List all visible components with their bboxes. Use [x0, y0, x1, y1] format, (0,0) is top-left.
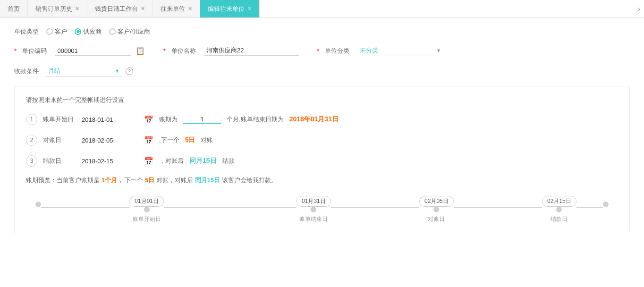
step-2-date: 2018-02-05	[82, 137, 138, 144]
preview-text: 账期预览：当前客户账期是 1个月， 下一个 5日 对账，对账后 同月15日 该客…	[26, 176, 618, 185]
account-period-section: 请按照未来的一个完整帐期进行设置 1 账单开始日 2018-01-01 📅 账期…	[14, 86, 630, 233]
unit-name-input[interactable]	[204, 46, 299, 56]
step-3-desc-suffix: 结款	[222, 157, 235, 165]
timeline-point-1: 01月01日 账单开始日	[129, 196, 164, 223]
unit-category-arrow-icon: ▼	[436, 48, 441, 53]
unit-code-group: * 单位编码 📋	[14, 46, 145, 56]
timeline-end-dot	[603, 202, 609, 207]
step-1-row: 1 账单开始日 2018-01-01 📅 账期为 个月,账单结束日期为 2018…	[26, 114, 618, 125]
timeline-point-2: 01月31日 账单结束日	[297, 196, 331, 223]
unit-name-group: * 单位名称	[163, 46, 298, 56]
tab-edit-partner-label: 编辑往来单位	[208, 5, 245, 13]
payment-terms-select[interactable]: 月结 ▼	[46, 66, 122, 76]
step-3-num: 3	[26, 155, 37, 167]
tab-scroll-right[interactable]: ›	[634, 0, 644, 17]
tab-home[interactable]: 首页	[0, 0, 28, 17]
step-1-period-suffix: 个月,账单结束日期为	[227, 115, 284, 124]
timeline-badge-2: 01月31日	[297, 196, 331, 207]
step-2-highlight: 5日	[185, 136, 195, 144]
step-2-label: 对账日	[43, 136, 76, 144]
step-1-date: 2018-01-01	[82, 116, 138, 123]
step-3-highlight: 同月15日	[189, 157, 217, 165]
unit-name-required: *	[163, 47, 165, 55]
step-3-date: 2018-02-15	[82, 158, 138, 165]
radio-customer-circle	[46, 28, 53, 35]
step-3-calendar-icon[interactable]: 📅	[144, 157, 153, 166]
step-1-period-label: 账期为	[159, 115, 178, 124]
radio-supplier-circle	[75, 28, 81, 35]
step-2-row: 2 对账日 2018-02-05 📅 ,下一个 5日 对账	[26, 135, 618, 146]
unit-category-select[interactable]: 未分类 ▼	[358, 45, 443, 56]
unit-type-row: 单位类型 客户 供应商 客户/供应商	[14, 27, 630, 36]
payment-terms-value: 月结	[48, 67, 113, 75]
section-title: 请按照未来的一个完整帐期进行设置	[26, 96, 618, 104]
tab-cash-work-close[interactable]: ✕	[141, 6, 145, 12]
unit-code-label: 单位编码	[22, 47, 47, 55]
unit-type-label: 单位类型	[14, 27, 39, 36]
unit-code-copy-icon[interactable]: 📋	[136, 46, 145, 55]
help-icon[interactable]: ?	[126, 68, 133, 75]
unit-category-group: * 单位分类 未分类 ▼	[317, 45, 443, 56]
step-3-row: 3 结款日 2018-02-15 📅 ，对账后 同月15日 结款	[26, 155, 618, 167]
step-2-calendar-icon[interactable]: 📅	[144, 136, 153, 145]
step-1-period-input[interactable]	[183, 116, 221, 124]
unit-code-required: *	[14, 47, 17, 55]
preview-highlight2: 5日	[145, 177, 154, 184]
step-2-desc-prefix: ,下一个	[159, 136, 179, 144]
radio-customer-label: 客户	[55, 27, 67, 36]
preview-highlight1: 1个月，	[102, 177, 123, 184]
step-1-calendar-icon[interactable]: 📅	[144, 115, 153, 124]
main-content: 单位类型 客户 供应商 客户/供应商 * 单位编码 📋 * 单位名称	[0, 18, 644, 287]
timeline-label-3: 对账日	[428, 215, 445, 223]
tab-sales-history[interactable]: 销售订单历史 ✕	[28, 0, 87, 17]
tab-home-label: 首页	[8, 5, 20, 13]
unit-name-label: 单位名称	[171, 47, 196, 55]
radio-both-circle	[109, 28, 116, 35]
radio-supplier-label: 供应商	[83, 27, 102, 36]
payment-terms-arrow-icon: ▼	[115, 68, 120, 74]
timeline-point-4: 02月15日 结款日	[542, 196, 576, 223]
timeline-point-3: 02月05日 对账日	[419, 196, 454, 223]
tab-partner-units-close[interactable]: ✕	[188, 6, 192, 12]
tab-sales-history-close[interactable]: ✕	[75, 6, 79, 12]
timeline-label-1: 账单开始日	[133, 215, 161, 223]
tab-bar: 首页 销售订单历史 ✕ 钱货日清工作台 ✕ 往来单位 ✕ 编辑往来单位 ✕ ›	[0, 0, 644, 18]
timeline-label-4: 结款日	[551, 215, 568, 223]
radio-supplier[interactable]: 供应商	[75, 27, 102, 36]
unit-details-row: * 单位编码 📋 * 单位名称 * 单位分类 未分类 ▼	[14, 45, 630, 56]
preview-highlight3: 同月15日	[195, 177, 220, 184]
radio-both[interactable]: 客户/供应商	[109, 27, 150, 36]
tab-partner-units[interactable]: 往来单位 ✕	[153, 0, 200, 17]
tab-edit-partner-close[interactable]: ✕	[247, 6, 252, 12]
tab-cash-work-label: 钱货日清工作台	[95, 5, 138, 13]
timeline-badge-1: 01月01日	[129, 196, 164, 207]
unit-type-radio-group: 客户 供应商 客户/供应商	[46, 27, 150, 36]
radio-customer[interactable]: 客户	[46, 27, 67, 36]
unit-category-label: 单位分类	[325, 47, 349, 55]
timeline: 01月01日 账单开始日 01月31日 账单结束日 02月05日 对账日	[26, 196, 618, 223]
step-3-label: 结款日	[43, 157, 76, 165]
preview-prefix: 账期预览：当前客户账期是	[26, 177, 100, 184]
payment-terms-row: 收款条件 月结 ▼ ?	[14, 66, 630, 76]
step-3-desc-prefix: ，对账后	[159, 157, 184, 165]
preview-mid1: 下一个	[125, 177, 143, 184]
tab-cash-work[interactable]: 钱货日清工作台 ✕	[87, 0, 153, 17]
tab-sales-history-label: 销售订单历史	[35, 5, 72, 13]
unit-category-required: *	[317, 47, 319, 55]
preview-suffix: 该客户会给我打款。	[222, 177, 277, 184]
tab-edit-partner[interactable]: 编辑往来单位 ✕	[200, 0, 260, 17]
unit-category-value: 未分类	[360, 46, 434, 55]
timeline-badge-4: 02月15日	[542, 196, 576, 207]
step-2-num: 2	[26, 135, 37, 146]
tab-partner-units-label: 往来单位	[161, 5, 185, 13]
step-1-label: 账单开始日	[43, 115, 76, 124]
radio-both-label: 客户/供应商	[118, 27, 150, 36]
timeline-badge-3: 02月05日	[419, 196, 454, 207]
payment-terms-label: 收款条件	[14, 67, 39, 76]
timeline-start-dot	[35, 202, 41, 207]
step-2-desc-suffix: 对账	[201, 136, 213, 144]
unit-code-input[interactable]	[55, 46, 131, 56]
preview-mid2: 对账，对账后	[156, 177, 193, 184]
step-1-num: 1	[26, 114, 37, 125]
step-1-period-end-date: 2018年01月31日	[289, 115, 339, 124]
